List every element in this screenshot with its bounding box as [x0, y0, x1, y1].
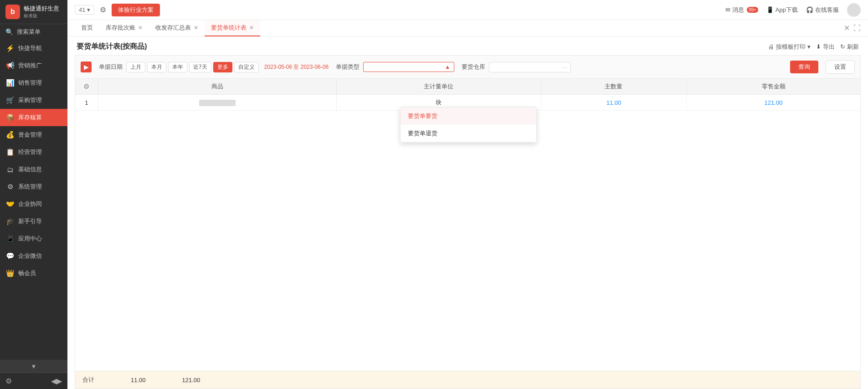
- sidebar-item-operations[interactable]: 📋 经营管理: [0, 143, 67, 161]
- sidebar-search[interactable]: 🔍 搜索菜单: [0, 24, 67, 40]
- quick-nav-label: 快捷导航: [18, 44, 42, 52]
- doc-type-arrow-icon: ▲: [445, 64, 450, 70]
- sidebar-nav: ⚡ 快捷导航 📢 营销推广 📊 销售管理 🛒 采购管理 📦 库存核算 💰 资金管…: [0, 40, 67, 360]
- collapse-icon[interactable]: ◀▶: [51, 377, 62, 385]
- avatar[interactable]: [847, 3, 861, 17]
- table-footer: 合计 11.00 121.00: [75, 371, 861, 389]
- sidebar-item-member[interactable]: 👑 畅会员: [0, 265, 67, 282]
- filter-bar: ▶ 单据日期 上月 本月 本年 近7天 更多 自定义 2023-05-06 至 …: [75, 55, 861, 79]
- export-action[interactable]: ⬇ 导出: [816, 43, 835, 51]
- dropdown-item-demand-order[interactable]: 要货单要货: [401, 107, 536, 125]
- page-header: 要货单统计表(按商品) 🖨 按模板打印 ▾ ⬇ 导出 ↻ 刷新: [67, 36, 868, 55]
- search-label: 搜索菜单: [17, 28, 41, 36]
- sidebar-item-procurement[interactable]: 🛒 采购管理: [0, 92, 67, 109]
- tab-close-all-icon[interactable]: ✕: [844, 24, 850, 32]
- branch-selector[interactable]: 41 ▾: [75, 5, 94, 15]
- tabs-bar: 首页 库存批次账 ✕ 收发存汇总表 ✕ 要货单统计表 ✕ ✕ ⛶: [67, 20, 868, 36]
- sidebar-item-wechat[interactable]: 💬 企业微信: [0, 247, 67, 265]
- messages-item[interactable]: ✉ 消息 99+: [725, 6, 758, 14]
- system-label: 系统管理: [18, 183, 42, 191]
- inventory-label: 库存核算: [18, 113, 42, 122]
- warehouse-select[interactable]: ···: [489, 62, 571, 72]
- sidebar-item-basic[interactable]: 🗂 基础信息: [0, 161, 67, 178]
- warehouse-label: 要货仓库: [462, 63, 485, 71]
- date-pill-more[interactable]: 更多: [213, 62, 232, 72]
- doc-type-filter-group: 单据类型 ▲: [336, 62, 454, 72]
- tab-demand-summary[interactable]: 要货单统计表 ✕: [205, 20, 260, 36]
- tab-demand-summary-close[interactable]: ✕: [249, 25, 254, 31]
- inventory-icon: 📦: [5, 113, 15, 122]
- headset-icon: 🎧: [806, 6, 813, 13]
- sidebar-scroll-down[interactable]: ▼: [0, 360, 67, 373]
- th-quantity: 主数量: [541, 79, 686, 95]
- th-gear[interactable]: ⚙: [75, 79, 98, 95]
- tab-expand-icon[interactable]: ⛶: [853, 24, 861, 32]
- app-label: 应用中心: [18, 235, 42, 243]
- chevron-down-icon: ▾: [87, 6, 90, 13]
- branch-selector-text: 41: [79, 6, 85, 13]
- settings-icon[interactable]: ⚙: [5, 377, 12, 385]
- dropdown-item-demand-return[interactable]: 要货单退货: [401, 125, 536, 142]
- tab-demand-summary-label: 要货单统计表: [211, 24, 247, 32]
- refresh-action[interactable]: ↻ 刷新: [840, 43, 859, 51]
- tab-home-label: 首页: [81, 24, 93, 32]
- doc-type-dropdown: 要货单要货 要货单退货: [400, 107, 537, 143]
- support-label: 在线客服: [815, 6, 839, 14]
- phone-icon: 📱: [766, 6, 774, 13]
- operations-icon: 📋: [5, 148, 15, 156]
- print-icon: 🖨: [768, 43, 774, 50]
- top-header: 41 ▾ ⚙ 体验行业方案 ✉ 消息 99+ 📱 App下载 🎧 在线客服: [67, 0, 868, 20]
- date-pill-this-year[interactable]: 本年: [168, 62, 187, 72]
- header-settings-icon[interactable]: ⚙: [100, 5, 106, 14]
- date-filter-group: 单据日期 上月 本月 本年 近7天 更多 自定义 2023-05-06 至 20…: [99, 62, 329, 72]
- footer-amount: 121.00: [182, 377, 200, 384]
- cell-product: [98, 95, 337, 111]
- print-action[interactable]: 🖨 按模板打印 ▾: [768, 43, 811, 51]
- tab-home[interactable]: 首页: [75, 20, 99, 36]
- sidebar-item-marketing[interactable]: 📢 营销推广: [0, 57, 67, 74]
- warehouse-filter-group: 要货仓库 ···: [462, 62, 571, 72]
- sidebar-item-finance[interactable]: 💰 资金管理: [0, 126, 67, 143]
- procurement-icon: 🛒: [5, 96, 15, 104]
- settings-button[interactable]: 设置: [826, 60, 855, 74]
- sidebar-item-guide[interactable]: 🎓 新手引导: [0, 213, 67, 230]
- tab-inventory-batch-close[interactable]: ✕: [138, 25, 143, 31]
- date-pill-this-month[interactable]: 本月: [147, 62, 166, 72]
- date-pill-last-7days[interactable]: 近7天: [189, 62, 211, 72]
- sidebar-item-sales[interactable]: 📊 销售管理: [0, 74, 67, 92]
- sidebar-logo: b 畅捷通好生意 标准版: [0, 0, 67, 24]
- table-header-row: ⚙ 商品 主计量单位 主数量 零售金额: [75, 79, 860, 95]
- tabs-right: ✕ ⛶: [844, 24, 861, 32]
- tab-receivable-summary-label: 收发存汇总表: [155, 24, 191, 32]
- tab-receivable-summary[interactable]: 收发存汇总表 ✕: [149, 20, 205, 36]
- date-pill-custom[interactable]: 自定义: [234, 62, 259, 72]
- enterprise-label: 企业协同: [18, 200, 42, 208]
- sidebar-item-enterprise[interactable]: 🤝 企业协同: [0, 195, 67, 213]
- filter-expand-button[interactable]: ▶: [81, 61, 92, 72]
- trial-button[interactable]: 体验行业方案: [112, 4, 160, 16]
- message-icon: ✉: [725, 6, 730, 13]
- top-header-left: 41 ▾ ⚙ 体验行业方案: [75, 4, 160, 16]
- doc-type-select[interactable]: ▲: [363, 62, 454, 72]
- enterprise-icon: 🤝: [5, 200, 15, 208]
- marketing-icon: 📢: [5, 61, 15, 70]
- date-pill-last-month[interactable]: 上月: [126, 62, 145, 72]
- th-unit: 主计量单位: [337, 79, 541, 95]
- finance-icon: 💰: [5, 131, 15, 139]
- basic-icon: 🗂: [5, 166, 15, 174]
- refresh-icon: ↻: [840, 43, 845, 50]
- sidebar: b 畅捷通好生意 标准版 🔍 搜索菜单 ⚡ 快捷导航 📢 营销推广 📊 销售管理…: [0, 0, 67, 389]
- download-item[interactable]: 📱 App下载: [766, 6, 798, 14]
- sidebar-item-system[interactable]: ⚙ 系统管理: [0, 178, 67, 195]
- gear-settings-icon[interactable]: ⚙: [83, 82, 89, 90]
- sidebar-item-quick-nav[interactable]: ⚡ 快捷导航: [0, 40, 67, 57]
- sidebar-item-inventory[interactable]: 📦 库存核算: [0, 109, 67, 126]
- refresh-label: 刷新: [847, 43, 859, 51]
- tab-receivable-summary-close[interactable]: ✕: [194, 25, 198, 31]
- support-item[interactable]: 🎧 在线客服: [806, 6, 839, 14]
- cell-quantity: 11.00: [541, 95, 686, 111]
- query-button[interactable]: 查询: [790, 61, 818, 73]
- export-icon: ⬇: [816, 43, 821, 50]
- sidebar-item-app[interactable]: 📱 应用中心: [0, 230, 67, 247]
- tab-inventory-batch[interactable]: 库存批次账 ✕: [99, 20, 149, 36]
